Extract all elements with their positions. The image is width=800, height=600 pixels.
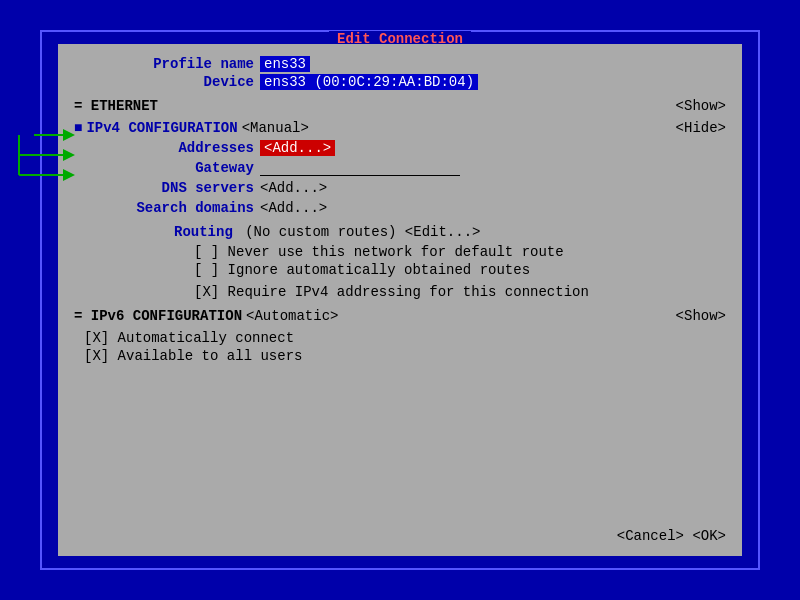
ipv4-header-row: ■ IPv4 CONFIGURATION <Manual> <Hide>: [74, 120, 726, 136]
search-value[interactable]: <Add...>: [260, 200, 327, 216]
gateway-label: Gateway: [94, 160, 254, 176]
ethernet-show[interactable]: <Show>: [676, 98, 726, 114]
routing-label: Routing: [174, 224, 233, 240]
auto-connect-row: [X] Automatically connect: [84, 330, 726, 346]
gateway-value[interactable]: [260, 160, 460, 176]
device-label: Device: [74, 74, 254, 90]
ipv6-show[interactable]: <Show>: [676, 308, 726, 324]
auto-connect-text[interactable]: [X] Automatically connect: [84, 330, 294, 346]
addresses-row: Addresses <Add...>: [74, 140, 726, 156]
search-label: Search domains: [94, 200, 254, 216]
addresses-value[interactable]: <Add...>: [260, 140, 335, 156]
never-default-text[interactable]: [ ] Never use this network for default r…: [194, 244, 564, 260]
ok-button[interactable]: <OK>: [692, 528, 726, 544]
cancel-button[interactable]: <Cancel>: [617, 528, 684, 544]
all-users-row: [X] Available to all users: [84, 348, 726, 364]
ipv6-mode[interactable]: <Automatic>: [246, 308, 338, 324]
ipv4-hide[interactable]: <Hide>: [676, 120, 726, 136]
ipv4-section: ■ IPv4 CONFIGURATION <Manual> <Hide>: [74, 120, 726, 300]
profile-row: Profile name ens33: [74, 56, 726, 72]
never-default-row: [ ] Never use this network for default r…: [84, 244, 726, 260]
ethernet-label: = ETHERNET: [74, 98, 158, 114]
require-ipv4-row: [X] Require IPv4 addressing for this con…: [84, 284, 726, 300]
search-row: Search domains <Add...>: [74, 200, 726, 216]
ignore-routes-row: [ ] Ignore automatically obtained routes: [84, 262, 726, 278]
ignore-routes-text[interactable]: [ ] Ignore automatically obtained routes: [194, 262, 530, 278]
ipv4-mode[interactable]: <Manual>: [242, 120, 309, 136]
dns-value[interactable]: <Add...>: [260, 180, 327, 196]
routing-row: Routing (No custom routes) <Edit...>: [74, 224, 726, 240]
profile-label: Profile name: [74, 56, 254, 72]
dns-label: DNS servers: [94, 180, 254, 196]
dns-row: DNS servers <Add...>: [74, 180, 726, 196]
device-value[interactable]: ens33 (00:0C:29:AA:BD:04): [260, 74, 478, 90]
all-users-text[interactable]: [X] Available to all users: [84, 348, 302, 364]
require-ipv4-text[interactable]: [X] Require IPv4 addressing for this con…: [194, 284, 589, 300]
main-window: Edit Connection Profile name ens33 Devic…: [40, 30, 760, 570]
action-buttons: <Cancel> <OK>: [617, 528, 726, 544]
addresses-label: Addresses: [94, 140, 254, 156]
device-row: Device ens33 (00:0C:29:AA:BD:04): [74, 74, 726, 90]
ethernet-section: = ETHERNET <Show>: [74, 98, 726, 114]
gateway-row: Gateway: [74, 160, 726, 176]
routing-value[interactable]: (No custom routes) <Edit...>: [245, 224, 480, 240]
ipv6-label: = IPv6 CONFIGURATION: [74, 308, 242, 324]
content-area: Profile name ens33 Device ens33 (00:0C:2…: [58, 44, 742, 556]
profile-value[interactable]: ens33: [260, 56, 310, 72]
ipv4-label: IPv4 CONFIGURATION: [86, 120, 237, 136]
ipv6-section: = IPv6 CONFIGURATION <Automatic> <Show>: [74, 308, 726, 324]
